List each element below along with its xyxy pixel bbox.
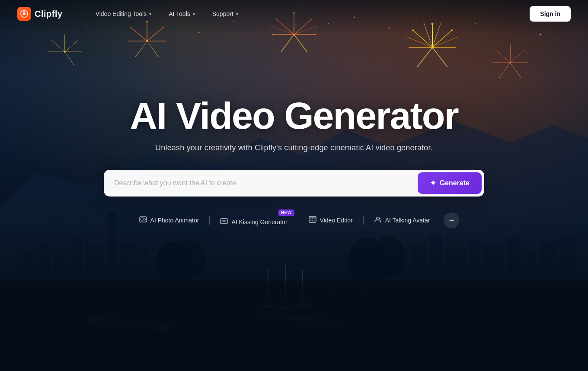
svg-point-102 <box>222 220 224 222</box>
quick-links: AI Photo Animator NEW AI Kissing Generat… <box>129 210 460 230</box>
search-container: ✦ Generate <box>104 170 484 197</box>
logo-icon <box>17 7 31 21</box>
chevron-down-icon: ▾ <box>149 12 151 16</box>
talking-avatar-icon <box>374 216 382 225</box>
svg-rect-100 <box>141 218 144 220</box>
hero-content: AI Video Generator Unleash your creativi… <box>86 97 502 230</box>
kissing-label: AI Kissing Generator <box>231 219 287 225</box>
nav-links: Video Editing Tools ▾ AI Tools ▾ Support… <box>89 7 530 21</box>
nav-item-video-editing[interactable]: Video Editing Tools ▾ <box>89 7 159 21</box>
nav-item-support[interactable]: Support ▾ <box>205 7 245 21</box>
svg-point-112 <box>380 219 380 219</box>
new-badge: NEW <box>278 209 294 216</box>
photo-animator-label: AI Photo Animator <box>150 217 199 224</box>
generate-label: Generate <box>440 179 470 187</box>
photo-animator-icon <box>139 216 147 225</box>
navbar: Clipfly Video Editing Tools ▾ AI Tools ▾… <box>0 0 588 28</box>
svg-rect-101 <box>220 219 227 224</box>
arrow-right-icon: → <box>448 216 455 224</box>
nav-item-ai-tools[interactable]: AI Tools ▾ <box>162 7 202 21</box>
generate-button[interactable]: ✦ Generate <box>418 172 482 194</box>
svg-point-103 <box>224 220 226 222</box>
kissing-icon <box>220 217 228 227</box>
hero-section: Clipfly Video Editing Tools ▾ AI Tools ▾… <box>0 0 588 371</box>
talking-avatar-label: AI Talking Avatar <box>385 217 430 224</box>
video-editor-label: Video Editor <box>320 217 353 224</box>
video-editor-icon <box>309 216 316 225</box>
svg-rect-106 <box>313 217 315 219</box>
search-input[interactable] <box>114 179 418 187</box>
nav-label-ai-tools: AI Tools <box>169 10 190 17</box>
nav-right: Sign in <box>530 6 571 22</box>
svg-rect-105 <box>310 217 313 219</box>
chevron-down-icon: ▾ <box>193 12 195 16</box>
hero-title: AI Video Generator <box>130 97 458 135</box>
nav-label-video-editing: Video Editing Tools <box>96 10 147 17</box>
nav-label-support: Support <box>212 10 233 17</box>
quick-link-kissing-generator[interactable]: NEW AI Kissing Generator <box>210 210 297 230</box>
more-tools-button[interactable]: → <box>444 212 459 228</box>
hero-subtitle: Unleash your creativity with Clipfly's c… <box>155 143 433 152</box>
sign-in-button[interactable]: Sign in <box>530 6 571 22</box>
sparkle-icon: ✦ <box>430 178 436 188</box>
chevron-down-icon: ▾ <box>236 12 238 16</box>
quick-link-video-editor[interactable]: Video Editor <box>298 212 363 228</box>
quick-link-talking-avatar[interactable]: AI Talking Avatar <box>364 212 441 228</box>
quick-link-photo-animator[interactable]: AI Photo Animator <box>129 212 210 228</box>
logo[interactable]: Clipfly <box>17 7 63 21</box>
logo-text: Clipfly <box>35 9 63 19</box>
bottom-overlay <box>0 220 588 371</box>
